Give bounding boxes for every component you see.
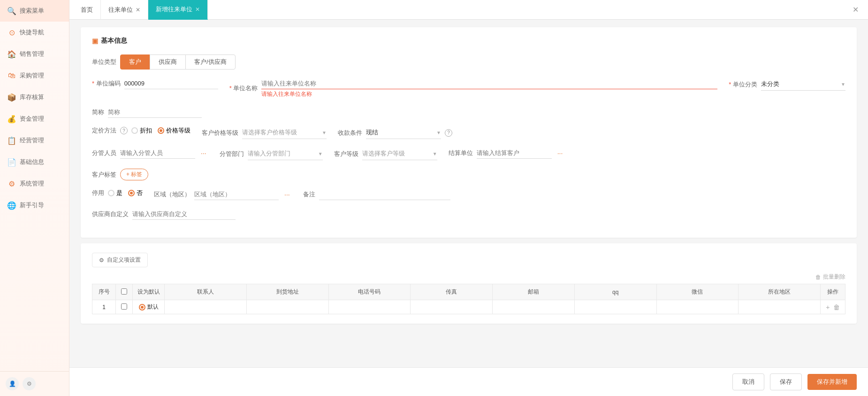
- system-icon: ⚙: [8, 179, 16, 188]
- sidebar-item-purchase[interactable]: 🛍 采购管理: [0, 65, 69, 86]
- sidebar-item-sales[interactable]: 🏠 销售管理: [0, 43, 69, 65]
- sidebar-item-search[interactable]: 🔍 搜索菜单: [0, 0, 69, 22]
- sidebar-bottom: 👤 ⚙: [0, 371, 69, 396]
- sidebar-item-newguide[interactable]: 🌐 新手引导: [0, 194, 69, 216]
- cell-email[interactable]: [493, 300, 575, 314]
- sidebar-item-basic[interactable]: 📄 基础信息: [0, 151, 69, 173]
- unit-name-label: 单位名称: [229, 84, 258, 93]
- finance-icon: 💰: [8, 115, 16, 123]
- cell-phone[interactable]: [328, 300, 411, 314]
- cell-fax[interactable]: [411, 300, 493, 314]
- form-row-shortname: 简称: [92, 107, 845, 118]
- radio-discount-circle: [131, 127, 138, 134]
- newguide-icon: 🌐: [8, 201, 16, 210]
- col-fax: 传真: [411, 284, 493, 300]
- radio-price-level-circle: [158, 127, 164, 134]
- settlement-input[interactable]: [477, 148, 552, 159]
- btn-customer[interactable]: 客户: [120, 54, 150, 70]
- cell-qq[interactable]: [574, 300, 656, 314]
- row-checkbox[interactable]: [120, 303, 129, 310]
- wechat-input[interactable]: [661, 304, 735, 311]
- operation-icon: 📋: [8, 136, 16, 145]
- sidebar-item-quicknav[interactable]: ⊙ 快捷导航: [0, 22, 69, 43]
- unit-code-label: 单位编码: [92, 79, 121, 88]
- save-button[interactable]: 保存: [770, 373, 802, 390]
- contacts-table: 序号 设为默认 联系人 到货地址 电话号码 传真 邮箱 qq 微信 所在地区 操…: [92, 284, 845, 314]
- cell-wechat[interactable]: [656, 300, 739, 314]
- contact-input[interactable]: [168, 304, 243, 311]
- btn-supplier[interactable]: 供应商: [150, 54, 186, 70]
- supplier-custom-input[interactable]: [132, 209, 236, 220]
- customer-price-level-select[interactable]: 请选择客户价格等级 ▼: [242, 126, 327, 139]
- supervisor-more-btn[interactable]: ···: [199, 149, 208, 157]
- sidebar-item-system[interactable]: ⚙ 系统管理: [0, 173, 69, 194]
- disabled-label: 停用: [92, 189, 104, 197]
- payment-help-icon[interactable]: ?: [445, 129, 452, 137]
- address-input[interactable]: [251, 304, 325, 311]
- custom-settings-label: 自定义项设置: [107, 256, 141, 264]
- col-wechat: 微信: [656, 284, 739, 300]
- cell-check[interactable]: [116, 300, 133, 314]
- close-all-tabs[interactable]: ✕: [847, 5, 864, 14]
- sidebar-item-finance[interactable]: 💰 资金管理: [0, 108, 69, 130]
- pricing-help-icon[interactable]: ?: [120, 127, 128, 134]
- disabled-group: 停用 是 否: [92, 189, 143, 197]
- tab-trading-close[interactable]: ✕: [136, 7, 140, 13]
- col-check: [116, 284, 133, 300]
- unit-code-input[interactable]: [124, 78, 218, 89]
- sidebar-item-inventory[interactable]: 📦 库存核算: [0, 86, 69, 108]
- col-qq: qq: [574, 284, 656, 300]
- supervisor-input[interactable]: [120, 148, 195, 159]
- delete-row-btn[interactable]: 🗑: [832, 303, 841, 311]
- unit-name-input[interactable]: [261, 78, 717, 89]
- radio-yes[interactable]: 是: [108, 189, 122, 197]
- settlement-more-btn[interactable]: ···: [556, 149, 565, 157]
- save-new-button[interactable]: 保存并新增: [807, 374, 857, 390]
- payment-terms-label: 收款条件: [338, 129, 362, 137]
- unit-category-value: 未分类: [761, 80, 841, 88]
- tab-new-trading-close[interactable]: ✕: [195, 6, 200, 13]
- tab-trading[interactable]: 往来单位 ✕: [101, 0, 148, 20]
- sidebar-item-operation[interactable]: 📋 经营管理: [0, 130, 69, 151]
- cell-address[interactable]: [246, 300, 328, 314]
- radio-discount[interactable]: 折扣: [131, 126, 152, 135]
- select-all-checkbox[interactable]: [121, 288, 127, 295]
- tab-home[interactable]: 首页: [73, 0, 101, 20]
- region-more-btn[interactable]: ···: [282, 191, 292, 198]
- phone-input[interactable]: [333, 304, 407, 311]
- remark-input[interactable]: [319, 189, 450, 200]
- region-input[interactable]: [194, 189, 279, 200]
- payment-terms-group: 收款条件 现结 ▼ ?: [338, 126, 452, 139]
- customer-level-label: 客户等级: [334, 150, 358, 158]
- radio-price-level[interactable]: 价格等级: [158, 126, 190, 135]
- btn-both[interactable]: 客户/供应商: [185, 54, 236, 70]
- cell-region[interactable]: [739, 300, 821, 314]
- radio-yes-circle: [108, 190, 114, 196]
- custom-settings-btn[interactable]: ⚙ 自定义项设置: [92, 253, 148, 267]
- cancel-button[interactable]: 取消: [732, 373, 764, 390]
- region-table-input[interactable]: [742, 304, 816, 311]
- content-area: ▣ 基本信息 单位类型 客户 供应商 客户/供应商 单位编码: [69, 20, 868, 367]
- basic-icon: 📄: [8, 158, 16, 166]
- add-row-btn[interactable]: +: [825, 303, 830, 311]
- tab-new-trading[interactable]: 新增往来单位 ✕: [148, 0, 208, 20]
- radio-no[interactable]: 否: [128, 189, 143, 197]
- radio-default[interactable]: 默认: [137, 303, 160, 311]
- unit-category-select[interactable]: 未分类 ▼: [761, 78, 845, 91]
- fax-input[interactable]: [414, 304, 488, 311]
- add-tag-btn[interactable]: + 标签: [120, 169, 148, 180]
- sidebar: 🔍 搜索菜单 ⊙ 快捷导航 🏠 销售管理 🛍 采购管理 📦 库存核算 💰 资金管…: [0, 0, 69, 396]
- cell-actions: + 🗑: [821, 300, 845, 314]
- customer-level-select[interactable]: 请选择客户等级 ▼: [362, 148, 437, 160]
- table-row: 1 默认: [92, 300, 845, 314]
- cell-contact[interactable]: [165, 300, 247, 314]
- short-name-label: 简称: [92, 108, 104, 116]
- email-input[interactable]: [496, 304, 571, 311]
- qq-input[interactable]: [579, 304, 653, 311]
- inventory-icon: 📦: [8, 93, 16, 101]
- payment-terms-select[interactable]: 现结 ▼: [366, 126, 441, 139]
- pricing-method-label: 定价方法: [92, 126, 116, 135]
- short-name-input[interactable]: [108, 107, 202, 118]
- department-select[interactable]: 请输入分管部门 ▼: [248, 148, 323, 160]
- bulk-delete-btn[interactable]: 🗑 批量删除: [815, 273, 845, 281]
